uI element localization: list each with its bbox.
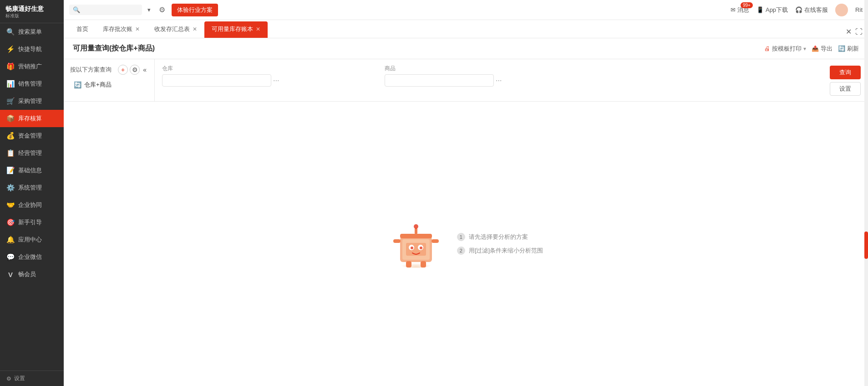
sidebar-item-sales[interactable]: 📊 销售管理 bbox=[0, 75, 64, 93]
sidebar-item-marketing[interactable]: 🎁 营销推广 bbox=[0, 58, 64, 75]
filter-scheme-header: 按以下方案查询 + ⚙ « bbox=[70, 65, 148, 75]
warehouse-input[interactable] bbox=[162, 74, 271, 87]
page-title-bar: 可用量查询(按仓库+商品) 🖨 按模板打印 ▾ 📤 导出 🔄 刷新 bbox=[64, 38, 868, 59]
header-gear-btn[interactable]: ⚙ bbox=[156, 5, 168, 15]
page-content: 可用量查询(按仓库+商品) 🖨 按模板打印 ▾ 📤 导出 🔄 刷新 bbox=[64, 38, 868, 386]
sidebar-item-quick-nav[interactable]: ⚡ 快捷导航 bbox=[0, 41, 64, 58]
filter-right-btns: 查询 设置 bbox=[830, 65, 861, 96]
export-icon: 📤 bbox=[812, 45, 819, 52]
sidebar-item-operation[interactable]: 📋 经营管理 bbox=[0, 144, 64, 162]
goods-filter-field: 商品 ··· bbox=[385, 65, 600, 87]
svg-rect-3 bbox=[406, 243, 426, 256]
online-service-btn[interactable]: 🎧 在线客服 bbox=[795, 6, 828, 14]
sidebar-item-label: 营销推广 bbox=[18, 62, 42, 71]
sidebar-item-basic[interactable]: 📝 基础信息 bbox=[0, 162, 64, 179]
warehouse-more-btn[interactable]: ··· bbox=[273, 77, 279, 85]
goods-more-btn[interactable]: ··· bbox=[496, 77, 502, 85]
refresh-btn[interactable]: 🔄 刷新 bbox=[838, 45, 859, 53]
settings-config-btn[interactable]: 设置 bbox=[830, 82, 861, 96]
sidebar-item-label: 快捷导航 bbox=[18, 45, 42, 53]
empty-tip-2: 2 用[过滤]条件来缩小分析范围 bbox=[457, 247, 543, 255]
tab-bar: 首页 库存批次账 ✕ 收发存汇总表 ✕ 可用量库存账本 ✕ ✕ ⛶ bbox=[64, 20, 868, 38]
right-scrollbar[interactable] bbox=[864, 0, 868, 386]
filter-fields-area: 仓库 ··· 商品 ··· 查询 bbox=[155, 59, 868, 101]
page-title-actions: 🖨 按模板打印 ▾ 📤 导出 🔄 刷新 bbox=[764, 45, 859, 53]
empty-tip-1: 1 请先选择要分析的方案 bbox=[457, 233, 543, 241]
print-icon: 🖨 bbox=[764, 45, 770, 52]
message-badge: 99+ bbox=[741, 2, 753, 8]
sidebar: 畅康通好生意 标准版 🔍 搜索菜单 ⚡ 快捷导航 🎁 营销推广 📊 销售管理 🛒… bbox=[0, 0, 64, 386]
service-label: 在线客服 bbox=[804, 6, 828, 14]
sidebar-bottom-label: 设置 bbox=[14, 375, 25, 382]
tab-close-batch[interactable]: ✕ bbox=[135, 26, 140, 32]
tab-stock-summary[interactable]: 收发存汇总表 ✕ bbox=[147, 21, 204, 38]
add-scheme-btn[interactable]: + bbox=[118, 65, 128, 75]
close-tab-btn[interactable]: ✕ bbox=[846, 27, 852, 36]
print-dropdown-icon[interactable]: ▾ bbox=[803, 46, 806, 52]
vip-icon: V bbox=[6, 271, 15, 278]
tab-bar-right: ✕ ⛶ bbox=[846, 27, 863, 38]
scheme-settings-btn[interactable]: ⚙ bbox=[130, 65, 140, 75]
tab-close-available-stock[interactable]: ✕ bbox=[256, 26, 260, 32]
refresh-icon: 🔄 bbox=[838, 45, 845, 52]
industry-btn[interactable]: 体验行业方案 bbox=[172, 4, 218, 16]
sidebar-item-apps[interactable]: 🔔 应用中心 bbox=[0, 231, 64, 248]
app-name: 畅康通好生意 bbox=[5, 5, 58, 13]
query-btn[interactable]: 查询 bbox=[830, 66, 861, 79]
money-icon: 💰 bbox=[6, 132, 15, 140]
sidebar-item-enterprise[interactable]: 🤝 企业协同 bbox=[0, 196, 64, 214]
target-icon: 🎯 bbox=[6, 218, 15, 226]
sidebar-settings[interactable]: ⚙ 设置 bbox=[0, 371, 64, 386]
collapse-filter-btn[interactable]: « bbox=[142, 65, 148, 75]
tab-available-stock[interactable]: 可用量库存账本 ✕ bbox=[204, 21, 268, 38]
refresh-label: 刷新 bbox=[847, 45, 859, 53]
phone-icon: 📱 bbox=[756, 6, 764, 13]
header-dropdown-btn[interactable]: ▾ bbox=[146, 5, 152, 14]
svg-rect-11 bbox=[393, 239, 401, 243]
settings-icon: ⚙ bbox=[6, 376, 11, 382]
message-icon: ✉ bbox=[731, 6, 736, 13]
svg-rect-9 bbox=[415, 228, 417, 234]
sidebar-item-finance[interactable]: 💰 资金管理 bbox=[0, 127, 64, 144]
svg-rect-14 bbox=[421, 261, 426, 268]
bell-icon: 🔔 bbox=[6, 236, 15, 244]
sidebar-item-label: 销售管理 bbox=[18, 80, 42, 88]
sidebar-item-label: 系统管理 bbox=[18, 184, 42, 192]
scheme-warehouse-goods[interactable]: 🔄 仓库+商品 bbox=[70, 78, 148, 91]
sidebar-item-system[interactable]: ⚙️ 系统管理 bbox=[0, 179, 64, 196]
filter-scheme-actions: + ⚙ « bbox=[118, 65, 148, 75]
maximize-btn[interactable]: ⛶ bbox=[855, 28, 863, 36]
tab-home-label: 首页 bbox=[76, 25, 88, 33]
sidebar-item-member[interactable]: V 畅会员 bbox=[0, 266, 64, 283]
print-btn[interactable]: 🖨 按模板打印 ▾ bbox=[764, 45, 806, 53]
svg-point-7 bbox=[420, 247, 422, 249]
sidebar-item-label: 畅会员 bbox=[18, 270, 36, 278]
filter-scheme-panel: 按以下方案查询 + ⚙ « 🔄 仓库+商品 bbox=[64, 59, 155, 101]
tip-text-2: 用[过滤]条件来缩小分析范围 bbox=[469, 247, 543, 255]
sidebar-item-search[interactable]: 🔍 搜索菜单 bbox=[0, 23, 64, 41]
empty-state: 1 请先选择要分析的方案 2 用[过滤]条件来缩小分析范围 bbox=[64, 102, 868, 386]
search-icon: 🔍 bbox=[73, 6, 80, 13]
page-title: 可用量查询(按仓库+商品) bbox=[73, 44, 155, 53]
app-download-btn[interactable]: 📱 App下载 bbox=[756, 6, 788, 14]
clipboard-icon: 📋 bbox=[6, 149, 15, 157]
tab-home[interactable]: 首页 bbox=[69, 21, 96, 38]
app-label: App下载 bbox=[766, 6, 788, 14]
sidebar-item-purchase[interactable]: 🛒 采购管理 bbox=[0, 93, 64, 110]
cart-icon: 🛒 bbox=[6, 97, 15, 105]
goods-input[interactable] bbox=[385, 74, 494, 87]
message-btn[interactable]: ✉ 消息 99+ bbox=[731, 6, 749, 14]
sidebar-item-newbie[interactable]: 🎯 新手引导 bbox=[0, 214, 64, 231]
tab-close-stock-summary[interactable]: ✕ bbox=[193, 26, 197, 32]
username[interactable]: Rit bbox=[855, 6, 863, 13]
sidebar-item-wechat[interactable]: 💬 企业微信 bbox=[0, 248, 64, 266]
sidebar-item-label: 企业协同 bbox=[18, 201, 42, 209]
tab-batch-account[interactable]: 库存批次账 ✕ bbox=[96, 21, 147, 38]
app-version: 标准版 bbox=[5, 13, 58, 19]
header-search-box[interactable]: 🔍 bbox=[69, 5, 142, 15]
export-btn[interactable]: 📤 导出 bbox=[812, 45, 832, 53]
tip-num-2: 2 bbox=[457, 247, 465, 255]
sidebar-item-inventory[interactable]: 📦 库存核算 bbox=[0, 110, 64, 127]
handshake-icon: 🤝 bbox=[6, 201, 15, 209]
header-search-input[interactable] bbox=[82, 7, 138, 13]
